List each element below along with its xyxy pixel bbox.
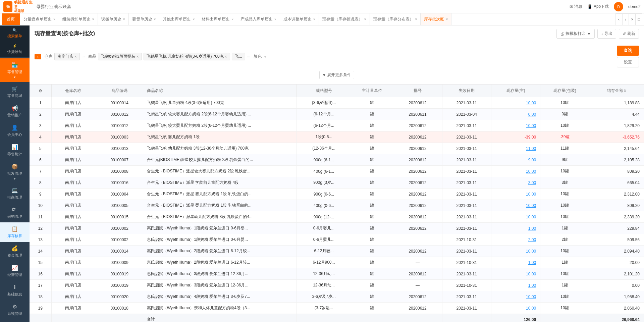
cell-stock-main-0[interactable]: 10.00 — [491, 97, 540, 109]
sidebar-item-members[interactable]: 👤 会员中心 — [0, 121, 30, 141]
cell-stock-main-18[interactable]: 10.00 — [491, 303, 540, 314]
close-fenpan[interactable]: × — [53, 17, 55, 21]
cell-stock-main-1[interactable]: 0.00 — [491, 109, 540, 120]
tab-zuhe[interactable]: 组装拆卸单历史 × — [59, 13, 98, 25]
tab-xiancun2[interactable]: 现存量（库存分布表） × — [370, 13, 421, 25]
stock-main-link-14[interactable]: 1.00 — [528, 260, 536, 265]
cell-stock-main-2[interactable]: 10.00 — [491, 120, 540, 131]
tab-home[interactable]: 首页 — [2, 13, 20, 25]
cell-stock-main-4[interactable]: 11.00 — [491, 143, 540, 154]
cell-stock-main-13[interactable]: 10.00 — [491, 246, 540, 257]
filter-toggle-button[interactable]: › — [35, 54, 41, 59]
stock-main-link-6[interactable]: 10.00 — [526, 169, 536, 174]
stock-main-link-17[interactable]: 10.00 — [526, 294, 536, 299]
close-yaohuo[interactable]: × — [154, 17, 156, 21]
product-tag-1[interactable]: 飞鹤奶粉3段两提装 × — [98, 53, 142, 60]
tab-qitachu[interactable]: 其他出库单历史 × — [159, 13, 198, 25]
sidebar-item-finance[interactable]: 💰 资金管理 — [0, 242, 30, 261]
cell-stock-main-5[interactable]: 9.00 — [491, 154, 540, 166]
cell-stock-main-3[interactable]: -39.00 — [491, 131, 540, 143]
warehouse-tag-close[interactable]: × — [74, 54, 77, 59]
tab-arrow-left[interactable]: ‹ — [615, 13, 622, 25]
close-chancheng[interactable]: × — [274, 17, 276, 21]
sidebar-item-marketing[interactable]: 📢 营销推广 — [0, 102, 30, 121]
query-button[interactable]: 查询 — [617, 46, 639, 56]
table-container[interactable]: ⚙ 仓库名称 商品编码 商品名称 规格型号 主计量单位 批号 失效日期 现存量(… — [30, 85, 644, 322]
stock-main-link-4[interactable]: 11.00 — [526, 146, 536, 151]
sidebar-item-search[interactable]: 🔍 搜索菜单 — [0, 25, 30, 41]
tab-fenpan[interactable]: 分量盘点单历史 × — [20, 13, 59, 25]
sidebar-item-system[interactable]: ⚙ 系统管理 — [0, 300, 30, 320]
sidebar-item-wholesale[interactable]: 📦 批发管理 ▼ — [0, 160, 30, 184]
export-button[interactable]: ↓ 导出 — [597, 29, 616, 39]
cell-stock-main-14[interactable]: 1.00 — [491, 257, 540, 268]
settings-button[interactable]: 设置 — [617, 57, 639, 67]
close-xiancun2[interactable]: × — [415, 17, 417, 21]
sidebar-item-enterprise[interactable]: 🤝 企业协同 — [0, 320, 30, 322]
stock-main-link-5[interactable]: 9.00 — [528, 158, 536, 162]
product-tag-2[interactable]: 飞鹤星飞帆 儿童奶粉 4段(3-6岁适用) 700克 × — [144, 53, 230, 60]
user-avatar[interactable]: D — [614, 2, 623, 11]
product-tag-2-close[interactable]: × — [225, 54, 227, 59]
tab-cailiao[interactable]: 材料出库单历史 × — [198, 13, 237, 25]
sidebar-item-retail[interactable]: 🏪 零售管理 ▼ — [0, 58, 30, 82]
tab-tiaob[interactable]: 调拨单历史 × — [98, 13, 129, 25]
tab-arrow-right[interactable]: › — [622, 13, 629, 25]
stock-main-link-13[interactable]: 10.00 — [526, 249, 536, 254]
close-qitachu[interactable]: × — [193, 17, 195, 21]
product-tag-1-close[interactable]: × — [137, 54, 139, 59]
tab-chancheng[interactable]: 产成品入库单历史 × — [237, 13, 280, 25]
stock-main-link-2[interactable]: 10.00 — [526, 123, 536, 128]
print-button[interactable]: 🖨 按模板打印 ▼ — [556, 29, 595, 39]
close-kucun-pici[interactable]: × — [446, 17, 448, 21]
cell-stock-main-8[interactable]: 10.00 — [491, 189, 540, 200]
cell-stock-main-9[interactable]: 10.00 — [491, 200, 540, 211]
stock-main-link-1[interactable]: 0.00 — [528, 112, 536, 117]
stock-main-link-10[interactable]: 10.00 — [526, 215, 536, 219]
tab-xiancun1[interactable]: 现存量（库存状况表） × — [319, 13, 370, 25]
warehouse-tag[interactable]: 南岸门店 × — [54, 53, 80, 60]
close-zuhe[interactable]: × — [92, 17, 94, 21]
stock-main-link-15[interactable]: 10.00 — [526, 272, 536, 276]
cell-stock-main-7[interactable]: 3.00 — [491, 177, 540, 189]
close-chengben[interactable]: × — [313, 17, 315, 21]
stock-main-link-3[interactable]: -39.00 — [525, 135, 536, 140]
color-filter-chevron[interactable]: ▼ — [263, 54, 267, 59]
close-xiancun1[interactable]: × — [364, 17, 366, 21]
cell-stock-main-15[interactable]: 10.00 — [491, 268, 540, 280]
product-filter-more[interactable]: ··· — [247, 54, 250, 59]
app-download-button[interactable]: 📱 App下载 — [587, 4, 609, 9]
sidebar-item-inventory[interactable]: 📋 库存核算 — [0, 222, 30, 242]
stock-main-link-11[interactable]: 1.00 — [528, 226, 536, 231]
th-settings[interactable]: ⚙ — [30, 85, 51, 97]
sidebar-item-purchase[interactable]: 🛍 采购管理 — [0, 203, 30, 222]
stock-main-link-18[interactable]: 10.00 — [526, 306, 536, 311]
tab-maximize[interactable]: □ — [636, 13, 642, 25]
tab-yaohuo[interactable]: 要货单历史 × — [129, 13, 160, 25]
username-label[interactable]: demo2 — [628, 4, 641, 9]
stock-main-link-9[interactable]: 10.00 — [526, 203, 536, 208]
cell-stock-main-10[interactable]: 10.00 — [491, 211, 540, 223]
warehouse-filter-more[interactable]: ··· — [82, 54, 85, 59]
close-tiaob[interactable]: × — [123, 17, 125, 21]
cell-stock-main-16[interactable]: 1.00 — [491, 280, 540, 291]
cell-stock-main-17[interactable]: 10.00 — [491, 291, 540, 303]
tab-close-all[interactable]: × — [629, 13, 636, 25]
stock-main-link-7[interactable]: 3.00 — [528, 180, 536, 185]
sidebar-item-ecommerce[interactable]: 💻 电商管理 — [0, 184, 30, 203]
product-tag-3[interactable]: 飞... — [232, 53, 245, 60]
sidebar-item-mall[interactable]: 🛒 零售商城 — [0, 82, 30, 102]
tab-kucun-pici[interactable]: 库存批次账 × — [421, 13, 451, 25]
stock-main-link-8[interactable]: 10.00 — [526, 192, 536, 197]
sidebar-item-operations[interactable]: 📈 经营管理 — [0, 261, 30, 281]
refresh-button[interactable]: ↺ 刷新 — [619, 29, 639, 39]
cell-stock-main-12[interactable]: 2.00 — [491, 234, 540, 246]
stock-main-link-12[interactable]: 2.00 — [528, 237, 536, 242]
close-cailiao[interactable]: × — [231, 17, 233, 21]
message-button[interactable]: ✉ 消息 — [570, 4, 582, 9]
cell-stock-main-6[interactable]: 10.00 — [491, 166, 540, 177]
stock-main-link-16[interactable]: 1.00 — [528, 283, 536, 288]
expand-more-conditions-button[interactable]: ▼ 展开更多条件 — [319, 71, 355, 79]
sidebar-item-quick-nav[interactable]: ⚡ 快捷导航 — [0, 41, 30, 57]
stock-main-link-0[interactable]: 10.00 — [526, 101, 536, 105]
